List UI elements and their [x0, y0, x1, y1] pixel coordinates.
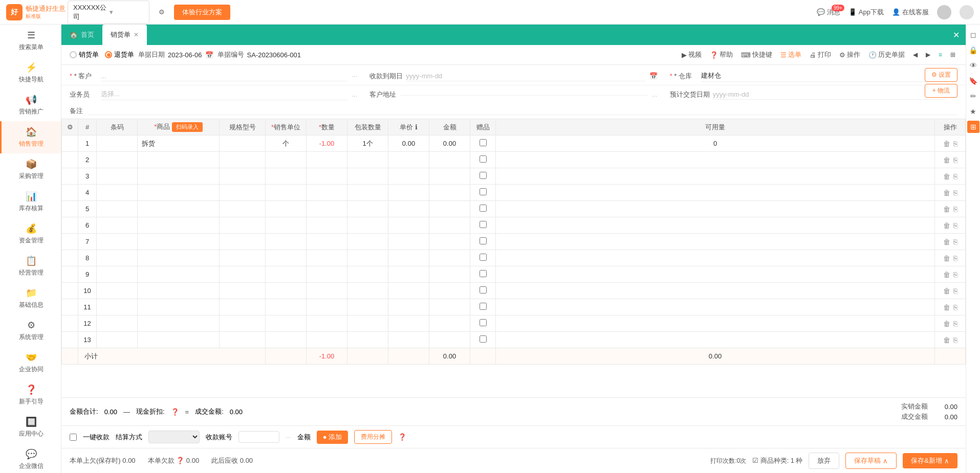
sidebar-item-quicknav[interactable]: ⚡ 快捷导航	[0, 57, 61, 89]
cell-unit[interactable]	[266, 316, 307, 332]
cell-unit[interactable]	[266, 250, 307, 266]
cell-qty[interactable]	[307, 316, 347, 332]
cell-spec[interactable]	[220, 332, 266, 348]
cell-qty[interactable]	[307, 185, 347, 201]
copy-row-icon[interactable]: ⎘	[953, 189, 957, 197]
form-logistics-btn[interactable]: + 物流	[925, 84, 957, 98]
cell-qty[interactable]	[307, 250, 347, 266]
sidebar-item-app[interactable]: 🔲 应用中心	[0, 411, 61, 443]
toolbar-help-btn[interactable]: ❓ 帮助	[708, 49, 735, 60]
save-new-btn[interactable]: 保存&新增 ∧	[903, 453, 957, 468]
copy-row-icon[interactable]: ⎘	[953, 140, 957, 148]
toolbar-operation-btn[interactable]: ⚙ 操作	[837, 49, 862, 60]
cell-spec[interactable]	[220, 266, 266, 283]
cell-pkg-qty[interactable]	[347, 266, 388, 283]
cell-price[interactable]	[388, 299, 429, 316]
delete-row-icon[interactable]: 🗑	[943, 189, 950, 197]
message-btn[interactable]: 💬 消息 99+	[817, 8, 840, 17]
cell-spec[interactable]	[220, 250, 266, 266]
cell-amount[interactable]	[429, 266, 470, 283]
tab-close-icon[interactable]: ✕	[134, 31, 139, 38]
cell-amount[interactable]	[429, 152, 470, 168]
rs-eye-btn[interactable]: 👁	[967, 59, 979, 72]
tab-sales-order[interactable]: 销货单 ✕	[102, 25, 147, 45]
cell-barcode[interactable]	[97, 152, 138, 168]
gift-checkbox[interactable]	[480, 319, 487, 326]
cell-product[interactable]	[138, 266, 220, 283]
delete-row-icon[interactable]: 🗑	[943, 271, 950, 279]
cell-qty[interactable]	[307, 152, 347, 168]
sidebar-item-enterprise[interactable]: 🤝 企业协同	[0, 347, 61, 379]
cell-product[interactable]	[138, 283, 220, 299]
cell-gift[interactable]	[470, 299, 496, 316]
rs-lock-btn[interactable]: 🔒	[967, 44, 979, 56]
copy-row-icon[interactable]: ⎘	[953, 221, 957, 230]
cell-barcode[interactable]	[97, 283, 138, 299]
copy-row-icon[interactable]: ⎘	[953, 303, 957, 311]
cell-product[interactable]	[138, 217, 220, 234]
sidebar-item-marketing[interactable]: 📢 营销推广	[0, 89, 61, 121]
cell-spec[interactable]	[220, 299, 266, 316]
cell-unit[interactable]	[266, 234, 307, 250]
tab-close-all-icon[interactable]: ✕	[953, 31, 960, 39]
cell-barcode[interactable]	[97, 168, 138, 185]
cell-amount[interactable]	[429, 332, 470, 348]
calendar-icon[interactable]: 📅	[205, 51, 213, 59]
cell-unit[interactable]: 个	[266, 136, 307, 152]
cell-product[interactable]	[138, 201, 220, 217]
cell-product[interactable]	[138, 168, 220, 185]
cell-qty[interactable]: -1.00	[307, 136, 347, 152]
cell-price[interactable]: 0.00	[388, 136, 429, 152]
copy-row-icon[interactable]: ⎘	[953, 336, 957, 344]
cell-spec[interactable]	[220, 283, 266, 299]
draft-btn[interactable]: 保存草稿 ∧	[845, 453, 897, 469]
rs-star-btn[interactable]: ★	[967, 105, 979, 118]
remark-input[interactable]	[88, 107, 957, 115]
cell-product[interactable]	[138, 299, 220, 316]
cell-gift[interactable]	[470, 283, 496, 299]
cell-qty[interactable]	[307, 283, 347, 299]
abandon-btn[interactable]: 放弃	[809, 453, 839, 469]
delete-row-icon[interactable]: 🗑	[943, 287, 950, 295]
gift-checkbox[interactable]	[480, 205, 487, 212]
th-settings[interactable]: ⚙	[62, 119, 78, 136]
online-service-btn[interactable]: 👤 在线客服	[892, 8, 929, 17]
cell-gift[interactable]	[470, 152, 496, 168]
payment-date-cal-icon[interactable]: 📅	[649, 72, 658, 80]
cell-amount[interactable]	[429, 299, 470, 316]
delete-row-icon[interactable]: 🗑	[943, 254, 950, 262]
gift-checkbox[interactable]	[480, 270, 487, 277]
toolbar-next-btn[interactable]: ▶	[924, 50, 932, 59]
cell-spec[interactable]	[220, 316, 266, 332]
cell-spec[interactable]	[220, 136, 266, 152]
gift-checkbox[interactable]	[480, 254, 487, 261]
cell-barcode[interactable]	[97, 316, 138, 332]
cell-gift[interactable]	[470, 250, 496, 266]
tab-home[interactable]: 🏠 首页	[61, 25, 102, 45]
add-payment-btn[interactable]: ● 添加	[317, 431, 348, 444]
delete-row-icon[interactable]: 🗑	[943, 205, 950, 213]
cell-price[interactable]	[388, 185, 429, 201]
rs-orange-btn[interactable]: ⊞	[967, 121, 979, 133]
cell-product[interactable]	[138, 316, 220, 332]
app-download-btn[interactable]: 📱 App下载	[848, 8, 884, 17]
toolbar-grid-view-btn[interactable]: ⊞	[948, 50, 957, 59]
sidebar-item-inventory[interactable]: 📊 库存核算	[0, 186, 61, 218]
delete-row-icon[interactable]: 🗑	[943, 156, 950, 164]
toolbar-shortcut-btn[interactable]: ⌨ 快捷键	[739, 49, 774, 60]
sidebar-item-system[interactable]: ⚙ 系统管理	[0, 314, 61, 347]
cell-qty[interactable]	[307, 201, 347, 217]
cell-price[interactable]	[388, 201, 429, 217]
sidebar-item-guide[interactable]: ❓ 新手引导	[0, 379, 61, 411]
cell-qty[interactable]	[307, 168, 347, 185]
cell-spec[interactable]	[220, 152, 266, 168]
sidebar-item-ops[interactable]: 📋 经营管理	[0, 250, 61, 282]
cell-amount[interactable]: 0.00	[429, 136, 470, 152]
cell-pkg-qty[interactable]	[347, 201, 388, 217]
form-settings-btn[interactable]: ⚙ 设置	[925, 68, 957, 82]
delete-row-icon[interactable]: 🗑	[943, 320, 950, 328]
sidebar-item-purchase[interactable]: 📦 采购管理	[0, 153, 61, 186]
cell-pkg-qty[interactable]	[347, 332, 388, 348]
cell-gift[interactable]	[470, 316, 496, 332]
cell-spec[interactable]	[220, 168, 266, 185]
